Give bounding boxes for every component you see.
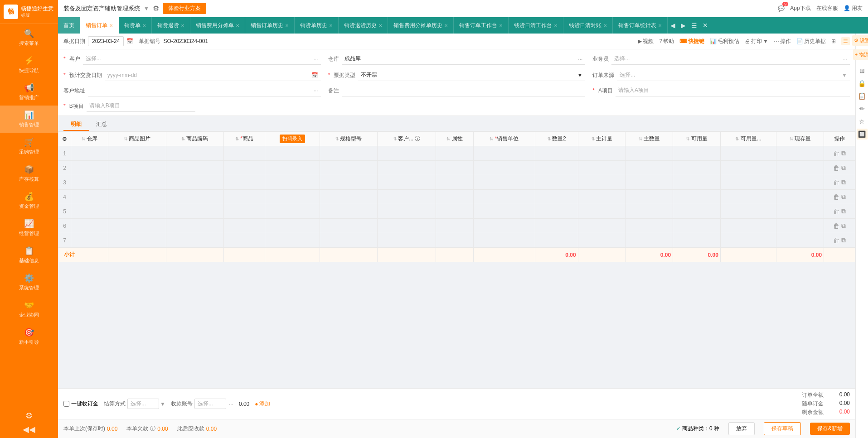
row-4-code[interactable] [166,190,223,204]
row-6-warehouse[interactable] [71,219,108,233]
b-project-input[interactable]: 请输入B项目 [87,100,195,112]
warehouse-input[interactable]: 成品库 ··· [342,53,586,65]
row-7-img[interactable] [108,233,166,248]
row-4-delete-icon[interactable]: 🗑 [833,193,839,201]
row-5-product[interactable] [223,204,265,219]
row-2-sales-unit[interactable] [473,161,535,175]
settings-bottom-icon[interactable]: ⚙ [25,411,33,421]
tab-return-history-close[interactable]: ✕ [378,23,382,28]
row-7-available[interactable] [673,233,721,248]
shortcut-action[interactable]: ⌨ 快捷键 [679,38,704,45]
row-7-warehouse[interactable] [71,233,108,248]
row-7-attributes[interactable] [436,233,473,248]
tab-daily-reconcile-close[interactable]: ✕ [603,23,607,28]
layout-grid-icon[interactable]: ⊞ [831,38,836,44]
right-btn-grid[interactable]: ⊞ [857,65,868,76]
tab-sales-expense[interactable]: 销售费用分摊单 ✕ [190,17,245,34]
order-source-input[interactable]: 选择... ▼ [617,69,850,81]
row-3-product[interactable] [223,175,265,190]
row-6-available[interactable] [673,219,721,233]
row-4-spec[interactable] [320,190,377,204]
tab-sales-order-history-close[interactable]: ✕ [285,23,289,28]
row-5-available[interactable] [673,204,721,219]
app-download-link[interactable]: App下载 [790,5,810,12]
sidebar-item-enterprise[interactable]: 🤝 企业协同 [0,296,58,323]
tab-summary[interactable]: 汇总 [89,119,114,131]
save-draft-button[interactable]: 保存草稿 [764,422,801,435]
row-3-current-stock[interactable] [776,175,824,190]
row-4-current-stock[interactable] [776,190,824,204]
row-5-delete-icon[interactable]: 🗑 [833,208,839,215]
address-input[interactable]: ··· [88,85,321,96]
row-1-available2[interactable] [720,146,776,161]
tab-invoice-history[interactable]: 销货单历史 ✕ [295,17,339,34]
row-1-current-stock[interactable] [776,146,824,161]
row-6-available2[interactable] [720,219,776,233]
discard-button[interactable]: 放弃 [728,422,755,435]
row-2-customer-code[interactable] [377,161,436,175]
tab-sales-stats[interactable]: 销售订单统计表 ✕ [613,17,668,34]
notification-icon[interactable]: 💬 9 [778,5,785,12]
user-avatar[interactable]: 👤 用友 [844,5,863,12]
row-1-available[interactable] [673,146,721,161]
row-7-spec[interactable] [320,233,377,248]
row-5-customer-code[interactable] [377,204,436,219]
row-6-img[interactable] [108,219,166,233]
row-4-warehouse[interactable] [71,190,108,204]
save-new-button[interactable]: 保存&新增 [810,423,850,435]
right-btn-lock[interactable]: 🔒 [857,78,868,89]
invoice-type-select[interactable]: 不开票 ▼ [358,69,585,81]
salesperson-input[interactable]: 选择... ··· [611,53,850,65]
tab-sales-invoice[interactable]: 销货单 ✕ [119,17,152,34]
row-2-main-unit[interactable] [578,161,626,175]
tab-sales-expense-close[interactable]: ✕ [236,23,239,28]
row-3-main-unit[interactable] [578,175,626,190]
row-6-qty2[interactable] [535,219,578,233]
sidebar-item-quick-nav[interactable]: ⚡ 快捷导航 [0,51,58,78]
delivery-date-input[interactable]: yyyy-mm-dd 📅 [105,69,321,81]
online-service-link[interactable]: 在线客服 [816,5,838,12]
right-btn-clipboard[interactable]: 📋 [857,91,868,101]
video-action[interactable]: ▶ 视频 [638,38,654,45]
sidebar-item-inventory[interactable]: 📦 库存核算 [0,160,58,187]
sidebar-item-search[interactable]: 🔍 搜索菜单 [0,24,58,51]
row-3-available[interactable] [673,175,721,190]
row-1-attributes[interactable] [436,146,473,161]
right-btn-special[interactable]: 🔲 [857,129,868,140]
row-4-copy-icon[interactable]: ⧉ [841,193,846,201]
row-6-code[interactable] [166,219,223,233]
row-3-code[interactable] [166,175,223,190]
row-1-main-unit[interactable] [578,146,626,161]
row-6-copy-icon[interactable]: ⧉ [841,222,846,230]
profit-estimate-action[interactable]: 📊 毛利预估 [710,38,739,45]
row-5-sales-unit[interactable] [473,204,535,219]
row-1-code[interactable] [166,146,223,161]
tab-sales-return[interactable]: 销货退货 ✕ [152,17,190,34]
row-7-product[interactable] [223,233,265,248]
row-6-current-stock[interactable] [776,219,824,233]
row-2-available2[interactable] [720,161,776,175]
row-2-img[interactable] [108,161,166,175]
collapse-icon[interactable]: ◀◀ [23,424,35,434]
sidebar-item-system[interactable]: ⚙️ 系统管理 [0,269,58,296]
row-1-warehouse[interactable] [71,146,108,161]
row-6-spec[interactable] [320,219,377,233]
row-3-qty2[interactable] [535,175,578,190]
remark-input[interactable] [342,85,586,96]
col-gear-icon[interactable]: ⚙ [62,136,67,142]
tab-sales-order[interactable]: 销售订单 ✕ [80,17,119,34]
row-5-warehouse[interactable] [71,204,108,219]
row-5-spec[interactable] [320,204,377,219]
row-4-qty2[interactable] [535,190,578,204]
row-2-main-qty[interactable] [626,161,673,175]
one-click-pay-checkbox[interactable]: 一键收订金 [63,400,98,408]
row-5-current-stock[interactable] [776,204,824,219]
logistics-button[interactable]: + 物流 [853,49,868,60]
row-2-delete-icon[interactable]: 🗑 [833,164,839,172]
row-3-delete-icon[interactable]: 🗑 [833,179,839,186]
row-6-delete-icon[interactable]: 🗑 [833,222,839,230]
row-4-attributes[interactable] [436,190,473,204]
row-2-warehouse[interactable] [71,161,108,175]
list-icon[interactable]: ☰ [841,37,850,45]
tab-home[interactable]: 首页 [58,17,80,34]
